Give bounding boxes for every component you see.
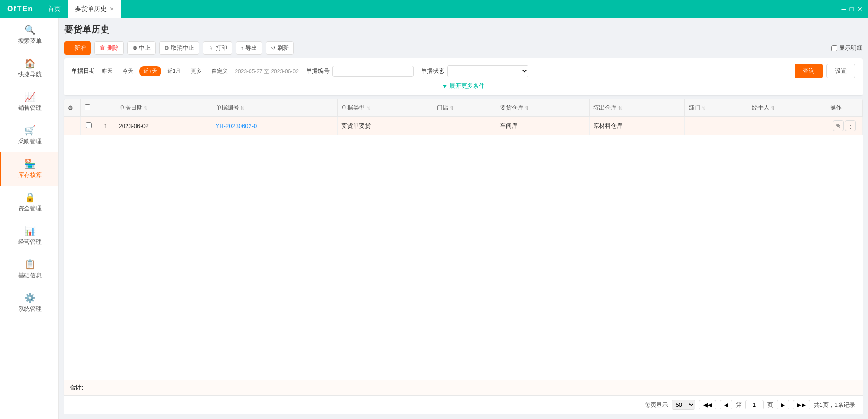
filter-row-1: 单据日期 昨天 今天 近7天 近1月 更多 自定义 2023-05-27 至 2… [71, 64, 855, 78]
sidebar-item-search-menu[interactable]: 🔍 搜索菜单 [0, 18, 58, 52]
sidebar-item-purchase-mgmt[interactable]: 🛒 采购管理 [0, 119, 58, 152]
row-handler-cell [748, 117, 826, 135]
sidebar-item-operation-mgmt[interactable]: 📊 经营管理 [0, 219, 58, 252]
date-btn-last7days[interactable]: 近7天 [139, 66, 161, 76]
filter-actions: 查询 设置 [795, 64, 855, 78]
row-checkbox[interactable] [86, 122, 92, 128]
sidebar-item-inventory-calc-label: 库存核算 [18, 171, 42, 179]
sidebar: 🔍 搜索菜单 🏠 快捷导航 📈 销售管理 🛒 采购管理 🏪 库存核算 🔒 资金管… [0, 18, 59, 419]
prev-page-button[interactable]: ◀ [720, 400, 732, 409]
basic-info-icon: 📋 [24, 259, 36, 270]
close-icon[interactable]: ✕ [857, 5, 863, 13]
row-store-cell [433, 117, 496, 135]
table-row: 1 2023-06-02 YH-20230602-0 要货单要货 车间库 原材料… [64, 117, 863, 135]
expand-more-button[interactable]: ▼ 展开更多条件 [71, 82, 855, 90]
table-header-row: ⚙ 单据日期 ⇅ 单据编号 ⇅ [64, 99, 863, 117]
sales-mgmt-icon: 📈 [24, 91, 36, 102]
row-more-icon[interactable]: ⋮ [845, 120, 856, 131]
page-size-label: 每页显示 [645, 401, 668, 409]
col-handler[interactable]: 经手人 ⇅ [748, 99, 826, 117]
sidebar-item-sales-mgmt[interactable]: 📈 销售管理 [0, 85, 58, 119]
sidebar-item-search-menu-label: 搜索菜单 [18, 37, 42, 45]
stop-button[interactable]: ⊗ 中止 [127, 41, 156, 55]
col-doc-date[interactable]: 单据日期 ⇅ [115, 99, 212, 117]
select-all-checkbox[interactable] [85, 104, 90, 110]
tab-requisition-label: 要货单历史 [75, 5, 107, 13]
filter-panel: 单据日期 昨天 今天 近7天 近1月 更多 自定义 2023-05-27 至 2… [64, 58, 863, 95]
col-doc-type[interactable]: 单据类型 ⇅ [338, 99, 433, 117]
sidebar-item-quick-nav-label: 快捷导航 [18, 71, 42, 79]
last-page-button[interactable]: ▶▶ [793, 400, 810, 409]
window-controls: ─ □ ✕ [842, 5, 868, 13]
table-footer: 合计: [64, 380, 863, 395]
sidebar-item-sales-mgmt-label: 销售管理 [18, 104, 42, 112]
sidebar-item-basic-info[interactable]: 📋 基础信息 [0, 252, 58, 286]
row-edit-icon[interactable]: ✎ [833, 120, 844, 131]
col-pending-warehouse[interactable]: 待出仓库 ⇅ [590, 99, 684, 117]
top-bar: OfTEn 首页 要货单历史 ✕ ─ □ ✕ [0, 0, 868, 18]
tab-requisition-history[interactable]: 要货单历史 ✕ [68, 0, 121, 18]
col-checkbox [80, 99, 97, 117]
minimize-icon[interactable]: ─ [842, 5, 846, 13]
filter-settings-button[interactable]: 设置 [826, 64, 855, 78]
sort-handler-icon: ⇅ [771, 105, 774, 110]
first-page-button[interactable]: ◀◀ [699, 400, 716, 409]
row-doc-type-cell: 要货单要货 [338, 117, 433, 135]
maximize-icon[interactable]: □ [850, 5, 854, 13]
date-btn-last1month[interactable]: 近1月 [163, 66, 185, 76]
table-container: ⚙ 单据日期 ⇅ 单据编号 ⇅ [64, 99, 863, 395]
date-btn-yesterday[interactable]: 昨天 [98, 66, 117, 76]
col-doc-no[interactable]: 单据编号 ⇅ [212, 99, 338, 117]
sidebar-item-inventory-calc[interactable]: 🏪 库存核算 [0, 152, 58, 186]
main-layout: 🔍 搜索菜单 🏠 快捷导航 📈 销售管理 🛒 采购管理 🏪 库存核算 🔒 资金管… [0, 18, 868, 419]
data-table: ⚙ 单据日期 ⇅ 单据编号 ⇅ [64, 99, 863, 135]
doc-status-select[interactable] [447, 65, 528, 77]
row-req-warehouse-cell: 车间库 [496, 117, 590, 135]
expand-more-label: 展开更多条件 [449, 82, 485, 90]
sort-doc-type-icon: ⇅ [367, 105, 370, 110]
table-body: 1 2023-06-02 YH-20230602-0 要货单要货 车间库 原材料… [64, 117, 863, 135]
doc-no-input[interactable] [332, 66, 414, 77]
sort-req-warehouse-icon: ⇅ [525, 105, 528, 110]
date-btn-custom[interactable]: 自定义 [208, 66, 232, 76]
sidebar-item-quick-nav[interactable]: 🏠 快捷导航 [0, 52, 58, 85]
tab-home-label: 首页 [48, 5, 61, 13]
sort-department-icon: ⇅ [702, 105, 705, 110]
col-num [97, 99, 115, 117]
tab-home[interactable]: 首页 [41, 0, 68, 18]
sidebar-item-system-mgmt[interactable]: ⚙️ 系统管理 [0, 286, 58, 319]
cancel-stop-button[interactable]: ⊗ 取消中止 [159, 41, 199, 55]
new-button[interactable]: + 新增 [64, 41, 91, 55]
delete-button[interactable]: 🗑 删除 [94, 41, 124, 55]
doc-no-link[interactable]: YH-20230602-0 [216, 123, 257, 129]
sidebar-item-finance-mgmt[interactable]: 🔒 资金管理 [0, 186, 58, 219]
doc-no-filter-group: 单据编号 [306, 66, 414, 77]
sidebar-item-operation-mgmt-label: 经营管理 [18, 238, 42, 246]
sort-doc-date-icon: ⇅ [144, 105, 147, 110]
date-btn-today[interactable]: 今天 [118, 66, 137, 76]
next-page-button[interactable]: ▶ [777, 400, 789, 409]
row-ops-cell: ✎ ⋮ [826, 117, 863, 135]
current-page-label: 第 [736, 401, 742, 409]
col-settings[interactable]: ⚙ [64, 99, 80, 117]
page-number-input[interactable] [745, 400, 764, 409]
footer-label: 合计: [70, 384, 83, 391]
purchase-mgmt-icon: 🛒 [24, 125, 36, 136]
export-button[interactable]: ↑ 导出 [236, 41, 262, 55]
total-info: 共1页，1条记录 [814, 401, 855, 409]
query-button[interactable]: 查询 [795, 64, 823, 78]
page-size-select[interactable]: 50 10 20 100 [672, 400, 695, 410]
sidebar-item-finance-mgmt-label: 资金管理 [18, 205, 42, 213]
col-department[interactable]: 部门 ⇅ [684, 99, 748, 117]
content-area: 要货单历史 + 新增 🗑 删除 ⊗ 中止 ⊗ 取消中止 🖨 打印 ↑ 导出 ↺ … [59, 18, 868, 419]
date-btn-more[interactable]: 更多 [187, 66, 206, 76]
print-button[interactable]: 🖨 打印 [203, 41, 232, 55]
col-store[interactable]: 门店 ⇅ [433, 99, 496, 117]
col-req-warehouse[interactable]: 要货仓库 ⇅ [496, 99, 590, 117]
refresh-button[interactable]: ↺ 刷新 [266, 41, 294, 55]
page-unit-label: 页 [767, 401, 773, 409]
tab-close-icon[interactable]: ✕ [109, 6, 114, 12]
display-detail-checkbox[interactable] [831, 45, 837, 51]
date-options: 昨天 今天 近7天 近1月 更多 自定义 [98, 66, 232, 76]
display-detail-toggle[interactable]: 显示明细 [831, 44, 863, 52]
